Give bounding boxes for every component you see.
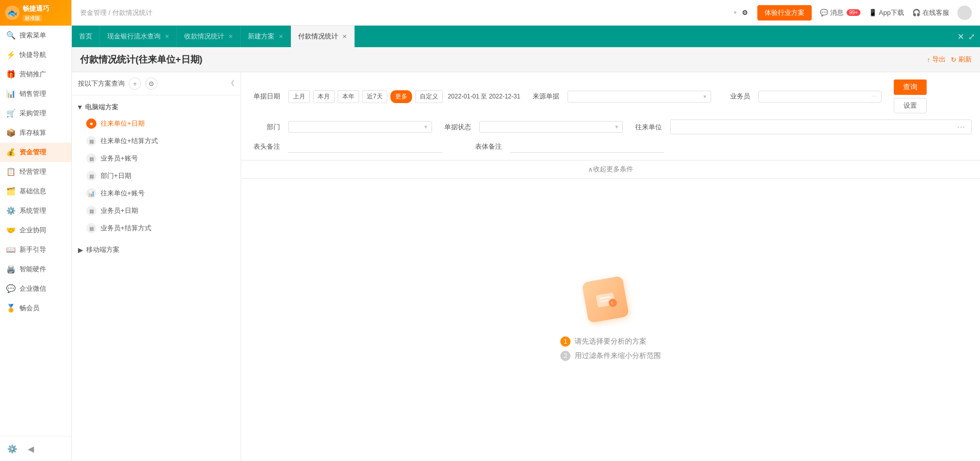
voucher-status-select[interactable]: ▾	[479, 121, 623, 133]
add-scheme-button[interactable]: +	[129, 77, 141, 90]
page-title: 付款情况统计(往来单位+日期)	[80, 53, 203, 66]
sidebar-item-basics[interactable]: 🗂️ 基础信息	[0, 182, 71, 201]
app-download-button[interactable]: 📱 App下载	[869, 8, 904, 17]
tab-payment-stats[interactable]: 付款情况统计 ✕	[291, 26, 355, 47]
date-btn-custom[interactable]: 自定义	[415, 90, 443, 103]
status-arrow: ▾	[615, 124, 618, 130]
tab-receipt-stats[interactable]: 收款情况统计 ✕	[177, 26, 241, 47]
footer-settings-icon[interactable]: ⚙️	[5, 442, 19, 456]
dept-arrow: ▾	[424, 124, 427, 130]
header-gear[interactable]: ⚙	[742, 9, 752, 16]
hardware-icon: 🖨️	[6, 265, 15, 274]
sidebar-footer: ⚙️ ◀	[0, 436, 71, 461]
date-btn-7days[interactable]: 近7天	[362, 90, 387, 103]
sidebar-item-wechat[interactable]: 💬 企业微信	[0, 279, 71, 298]
scheme-unit-settle[interactable]: ▦ 往来单位+结算方式	[72, 132, 241, 150]
table-body-remark-input[interactable]	[510, 141, 664, 153]
date-btn-last-month[interactable]: 上月	[288, 90, 310, 103]
date-btn-this-month[interactable]: 本月	[313, 90, 335, 103]
tab-expand-icon[interactable]: ⤢	[968, 32, 975, 42]
tab-home[interactable]: 首页	[72, 26, 100, 47]
sidebar-item-operations[interactable]: 📋 经营管理	[0, 162, 71, 182]
marketing-icon: 🎁	[6, 70, 15, 79]
scheme-staff-date[interactable]: ▦ 业务员+日期	[72, 202, 241, 219]
scheme-staff-account[interactable]: ▦ 业务员+账号	[72, 150, 241, 167]
scheme-dept-date[interactable]: ▦ 部门+日期	[72, 167, 241, 185]
sidebar-nav: 🔍 搜索菜单 ⚡ 快捷导航 🎁 营销推广 📊 销售管理 🛒 采购管理 📦 库存核…	[0, 26, 71, 436]
sidebar-item-sales[interactable]: 📊 销售管理	[0, 84, 71, 104]
settings-button[interactable]: 设置	[894, 98, 927, 113]
staff-select[interactable]: ⋯	[758, 91, 881, 103]
tab-home-label: 首页	[79, 32, 92, 41]
sidebar-item-label: 快捷导航	[19, 50, 46, 59]
scheme-unit-date[interactable]: ● 往来单位+日期	[72, 115, 241, 132]
export-icon: ↑	[927, 56, 931, 64]
purchase-icon: 🛒	[6, 109, 15, 118]
sidebar-item-corp[interactable]: 🤝 企业协同	[0, 221, 71, 240]
scheme-unit-account[interactable]: 📊 往来单位+账号	[72, 185, 241, 202]
content-area: 按以下方案查询 + ⚙ 《 ▶ 电脑端方案 ● 往来单位+日期 ▦ 往来单位+结…	[72, 72, 980, 461]
query-button[interactable]: 查询	[894, 79, 927, 95]
tab-bar-actions: ✕ ⤢	[952, 26, 980, 47]
sidebar-item-purchase[interactable]: 🛒 采购管理	[0, 104, 71, 123]
scheme-unit-date-icon: ●	[86, 118, 96, 129]
sidebar: 🐟 畅捷通巧 标准版 🔍 搜索菜单 ⚡ 快捷导航 🎁 营销推广 📊 销售管理 🛒…	[0, 0, 72, 461]
scheme-unit-settle-icon: ▦	[86, 136, 96, 146]
filter-row-2: 部门 ▾ 单据状态 ▾ 往来单位 ⋯	[249, 119, 972, 134]
source-voucher-select[interactable]: ▾	[567, 91, 711, 103]
tab-new-scheme-close[interactable]: ✕	[279, 33, 283, 40]
empty-state: ! 1 请先选择要分析的方案 2 用过滤条件来缩小分析范围	[241, 178, 980, 461]
trial-button[interactable]: 体验行业方案	[757, 5, 812, 21]
voucher-date-label: 单据日期	[249, 92, 280, 101]
footer-collapse-icon[interactable]: ◀	[24, 442, 38, 456]
desktop-group-header[interactable]: ▶ 电脑端方案	[72, 99, 241, 115]
messages-button[interactable]: 💬 消息 99+	[820, 8, 860, 17]
date-btn-more[interactable]: 更多	[390, 90, 412, 103]
guide-icon: 📖	[6, 245, 15, 254]
tab-close-all-icon[interactable]: ✕	[957, 32, 964, 42]
sidebar-item-guide[interactable]: 📖 新手引导	[0, 240, 71, 259]
left-panel-collapse-button[interactable]: 《	[227, 79, 234, 88]
tab-bank-flow-close[interactable]: ✕	[165, 33, 169, 40]
sidebar-item-quick-nav[interactable]: ⚡ 快捷导航	[0, 45, 71, 65]
sidebar-item-inventory[interactable]: 📦 库存核算	[0, 123, 71, 143]
sidebar-item-label: 智能硬件	[19, 265, 46, 274]
filter-row-3: 表头备注 表体备注	[249, 141, 972, 153]
sidebar-item-search[interactable]: 🔍 搜索菜单	[0, 26, 71, 45]
counter-party-select[interactable]: ⋯	[670, 119, 972, 134]
inventory-icon: 📦	[6, 128, 15, 137]
operations-icon: 📋	[6, 167, 15, 176]
sidebar-item-label: 新手引导	[19, 245, 46, 254]
dept-select[interactable]: ▾	[288, 121, 432, 133]
sidebar-item-hardware[interactable]: 🖨️ 智能硬件	[0, 259, 71, 279]
date-btn-this-year[interactable]: 本年	[338, 90, 359, 103]
sidebar-item-finance[interactable]: 💰 资金管理	[0, 143, 71, 162]
scheme-staff-settle-icon: ▦	[86, 223, 96, 233]
refresh-button[interactable]: ↻ 刷新	[951, 55, 972, 64]
sidebar-item-system[interactable]: ⚙️ 系统管理	[0, 201, 71, 221]
tab-new-scheme[interactable]: 新建方案 ✕	[241, 26, 291, 47]
user-avatar[interactable]	[957, 6, 972, 20]
tab-bank-flow[interactable]: 现金银行流水查询 ✕	[100, 26, 177, 47]
tab-bar: 首页 现金银行流水查询 ✕ 收款情况统计 ✕ 新建方案 ✕ 付款情况统计 ✕ ✕…	[72, 26, 980, 47]
sidebar-item-label: 经营管理	[19, 167, 46, 176]
scheme-staff-settle[interactable]: ▦ 业务员+结算方式	[72, 219, 241, 237]
scheme-staff-date-icon: ▦	[86, 206, 96, 216]
collapse-bar[interactable]: ∧ 收起更多条件	[241, 161, 980, 178]
empty-hint-1: 1 请先选择要分析的方案	[560, 336, 661, 347]
sidebar-item-marketing[interactable]: 🎁 营销推广	[0, 65, 71, 84]
page-header: 付款情况统计(往来单位+日期) ↑ 导出 ↻ 刷新	[72, 47, 980, 72]
tab-payment-close[interactable]: ✕	[342, 33, 347, 40]
online-service-button[interactable]: 🎧 在线客服	[912, 8, 949, 17]
desktop-scheme-group: ▶ 电脑端方案 ● 往来单位+日期 ▦ 往来单位+结算方式 ▦ 业务员+账号 ▦	[72, 95, 241, 241]
table-header-remark-label: 表头备注	[249, 142, 280, 151]
tab-receipt-close[interactable]: ✕	[228, 33, 233, 40]
filter-row-1: 单据日期 上月 本月 本年 近7天 更多 自定义 2022-01-01 至 20…	[249, 79, 972, 113]
export-button[interactable]: ↑ 导出	[927, 55, 946, 64]
table-header-remark-input[interactable]	[288, 141, 442, 153]
sidebar-item-member[interactable]: 🏅 畅会员	[0, 298, 71, 318]
scheme-settings-button[interactable]: ⚙	[145, 77, 158, 90]
mobile-group-header[interactable]: ▶ 移动端方案	[72, 241, 241, 258]
sidebar-item-label: 销售管理	[19, 89, 46, 98]
counter-party-dots: ⋯	[955, 122, 967, 132]
